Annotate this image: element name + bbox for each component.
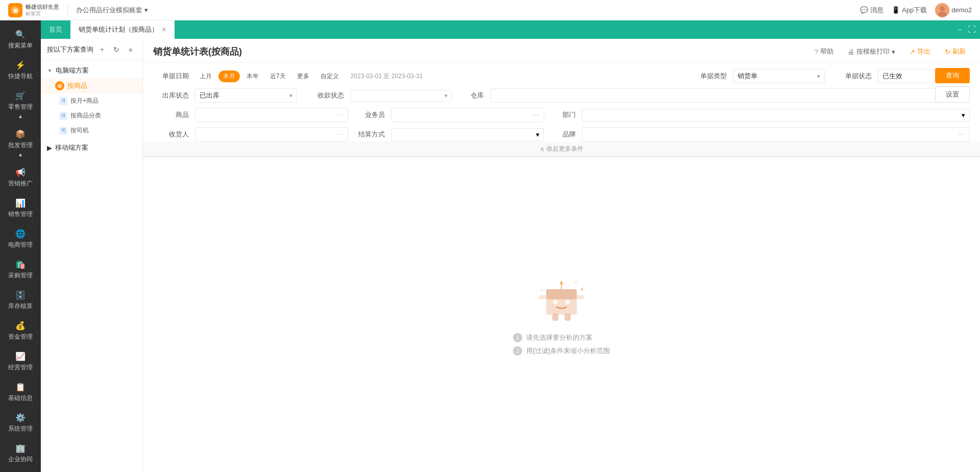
by-product-icon: 按 — [55, 81, 64, 90]
sidebar-item-system[interactable]: ⚙️ 系统管理 — [0, 408, 41, 438]
sidebar-item-inventory[interactable]: 🗄️ 库存核算 — [0, 285, 41, 316]
scheme-item-by-month-product[interactable]: 月 按月+商品 — [41, 93, 142, 108]
svg-point-9 — [553, 299, 558, 304]
workspace-selector[interactable]: 办公用品行业模拟账套 ▾ — [76, 6, 148, 15]
header-left: 畅 畅捷信好生意 标签页 办公用品行业模拟账套 ▾ — [8, 3, 148, 17]
tab-home[interactable]: 首页 — [41, 20, 70, 39]
settings-btn[interactable]: 设置 — [935, 86, 970, 103]
brand-input[interactable]: ··· — [582, 127, 970, 141]
minimize-icon[interactable]: － — [955, 25, 964, 35]
template-print-btn[interactable]: 🖨 按模板打印 ▾ — [844, 45, 899, 58]
desktop-group-header[interactable]: ▼ 电脑端方案 — [41, 63, 142, 78]
sidebar-item-enterprise[interactable]: 🏢 企业协同 — [0, 438, 41, 469]
workspace-name: 办公用品行业模拟账套 — [76, 6, 142, 15]
svg-rect-14 — [576, 295, 584, 299]
svg-text:✦: ✦ — [579, 286, 584, 293]
salesman-input[interactable]: ··· — [391, 108, 544, 122]
export-btn[interactable]: ↗ 导出 — [905, 45, 935, 58]
tab-close-icon[interactable]: ✕ — [161, 26, 166, 33]
tab-sales-stats[interactable]: 销货单统计计划（按商品） ✕ — [70, 20, 175, 39]
mobile-group-header[interactable]: ▶ 移动端方案 — [41, 140, 142, 155]
collapse-panel-btn[interactable]: « — [125, 44, 136, 55]
main-layout: 🔍 搜索菜单 ⚡ 快捷导航 🛒 零售管理 ▲ 📦 批发管理 ▲ 📢 营销推广 📊… — [0, 20, 980, 472]
help-btn[interactable]: ? 帮助 — [811, 45, 838, 58]
retail-expand-icon: ▲ — [18, 113, 23, 119]
gear-icon: ⚙️ — [15, 413, 26, 422]
sidebar-item-finance[interactable]: 💰 资金管理 — [0, 316, 41, 346]
export-icon: ↗ — [910, 48, 915, 56]
user-profile[interactable]: demo2 — [935, 3, 972, 17]
salesman-ellipsis-icon[interactable]: ··· — [533, 110, 540, 120]
messages-btn[interactable]: 💬 消息 — [860, 6, 884, 15]
query-btn[interactable]: 查询 — [935, 68, 970, 83]
receipt-status-select[interactable]: ▾ — [350, 90, 452, 102]
receiver-input[interactable]: ··· — [195, 127, 348, 141]
tab-bar-actions: － ⛶ — [955, 25, 980, 35]
current-year-btn[interactable]: 本年 — [242, 70, 263, 82]
custom-btn[interactable]: 自定义 — [316, 70, 344, 82]
sidebar-item-base[interactable]: 📋 基础信息 — [0, 377, 41, 408]
shopping-icon: 🛍️ — [15, 259, 26, 269]
empty-tips: 1 请先选择要分析的方案 2 用[过滤]条件来缩小分析范围 — [513, 333, 609, 356]
sidebar-label-quick: 快捷导航 — [8, 72, 33, 81]
brand-ellipsis-icon[interactable]: ··· — [959, 130, 965, 139]
svg-point-4 — [938, 12, 946, 17]
department-input[interactable]: ▾ — [582, 109, 970, 122]
sidebar-item-sales[interactable]: 📊 销售管理 — [0, 193, 41, 224]
sidebar-item-operation[interactable]: 📈 经营管理 — [0, 346, 41, 377]
database-icon: 🗄️ — [15, 290, 26, 300]
mobile-arrow-icon: ▶ — [47, 144, 52, 152]
sidebar-item-retail[interactable]: 🛒 零售管理 ▲ — [0, 86, 41, 124]
trend-icon: 📈 — [15, 351, 26, 361]
messages-label: 消息 — [870, 6, 884, 15]
sidebar-label-wholesale: 批发管理 — [8, 141, 33, 150]
sidebar-label-marketing: 营销推广 — [8, 179, 33, 188]
sidebar-item-marketing[interactable]: 📢 营销推广 — [0, 162, 41, 193]
page-body: 按以下方案查询 ＋ ↻ « ▼ 电脑端方案 按 — [41, 39, 980, 472]
desktop-group-label: 电脑端方案 — [56, 66, 89, 75]
more-btn[interactable]: 更多 — [292, 70, 314, 82]
svg-rect-15 — [552, 314, 558, 321]
refresh-btn[interactable]: ↻ 刷新 — [941, 45, 970, 58]
receiver-ellipsis-icon[interactable]: ··· — [337, 130, 344, 139]
last-month-btn[interactable]: 上月 — [195, 70, 216, 82]
out-status-select[interactable]: 已出库 ▾ — [195, 88, 297, 103]
svg-text:✦: ✦ — [540, 288, 544, 293]
chart-icon: 📊 — [15, 198, 26, 208]
add-scheme-btn[interactable]: ＋ — [96, 44, 108, 55]
settlement-select[interactable]: ▾ — [391, 128, 544, 141]
filter-and-action: 单据日期 上月 本月 本年 近7天 更多 自定义 — [143, 63, 980, 157]
sidebar-item-quick[interactable]: ⚡ 快捷导航 — [0, 55, 41, 86]
app-download-btn[interactable]: 📱 App下载 — [892, 6, 927, 15]
salesman-label: 业务员 — [354, 110, 385, 120]
empty-tip-1: 1 请先选择要分析的方案 — [513, 333, 609, 342]
doc-status-value: 已生效 — [883, 72, 902, 81]
sidebar-label-enterprise: 企业协同 — [8, 455, 33, 464]
sidebar-item-newbie[interactable]: 📖 新手引导 — [0, 469, 41, 472]
sidebar-item-wholesale[interactable]: 📦 批发管理 ▲ — [0, 124, 41, 162]
search-icon: 🔍 — [15, 30, 26, 39]
scheme-item-by-cashier[interactable]: 司 按司机 — [41, 123, 142, 138]
scheme-item-by-product[interactable]: 按 按商品 — [41, 78, 142, 93]
maximize-icon[interactable]: ⛶ — [968, 25, 976, 34]
doc-type-select[interactable]: 销货单 ▾ — [733, 69, 825, 83]
sidebar-item-ecommerce[interactable]: 🌐 电商管理 — [0, 224, 41, 254]
out-status-arrow-icon: ▾ — [289, 92, 292, 99]
warehouse-input[interactable]: ··· — [490, 88, 970, 103]
product-input[interactable]: ··· — [195, 108, 348, 122]
last7days-btn[interactable]: 近7天 — [265, 70, 290, 82]
sidebar-label-retail: 零售管理 — [8, 103, 33, 111]
logo-area: 畅 畅捷信好生意 标签页 — [8, 3, 59, 17]
help-label: 帮助 — [820, 47, 834, 56]
department-label: 部门 — [550, 110, 576, 120]
sidebar-item-search[interactable]: 🔍 搜索菜单 — [0, 25, 41, 55]
svg-point-3 — [940, 6, 945, 11]
current-month-btn[interactable]: 本月 — [218, 70, 240, 82]
scheme-item-by-category[interactable]: 目 按商品分类 — [41, 108, 142, 123]
product-ellipsis-icon[interactable]: ··· — [337, 110, 344, 120]
empty-illustration: ✦ ✦ ✦ — [531, 274, 592, 325]
sidebar-item-purchase[interactable]: 🛍️ 采购管理 — [0, 254, 41, 285]
refresh-scheme-btn[interactable]: ↻ — [111, 44, 122, 55]
collapse-bar[interactable]: ∧ 收起更多条件 — [143, 141, 980, 157]
sidebar-label-inventory: 库存核算 — [8, 302, 33, 311]
